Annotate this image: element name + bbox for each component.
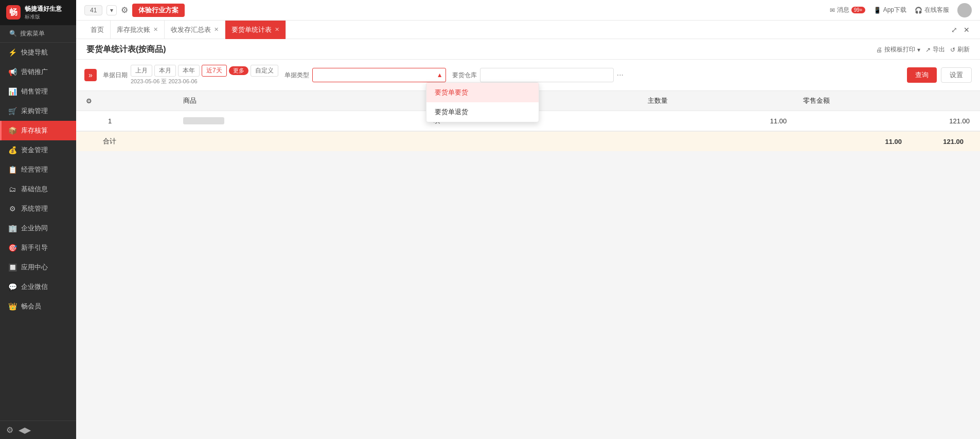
tab-bar-controls: ⤢ ✕ [949, 25, 972, 35]
query-btn[interactable]: 查询 [907, 67, 937, 83]
dropdown-item-order-return[interactable]: 要货单退货 [426, 102, 539, 122]
header-right: ✉ 消息 99+ 📱 App下载 🎧 在线客服 [830, 3, 972, 17]
sidebar-item-apps[interactable]: 🔲 应用中心 [0, 258, 76, 277]
tab-home[interactable]: 首页 [84, 21, 111, 39]
tab-batch-label: 库存批次账 [117, 25, 150, 34]
period-this-year[interactable]: 本年 [178, 65, 200, 77]
wechat-icon: 💬 [8, 282, 17, 291]
marketing-icon: 📢 [8, 67, 17, 77]
type-dropdown-overlay: 要货单要货 要货单退货 [426, 82, 539, 122]
inventory-icon: 📦 [8, 126, 17, 135]
period-last-month[interactable]: 上月 [131, 65, 152, 77]
warehouse-input[interactable] [480, 68, 614, 82]
sidebar-search[interactable]: 🔍 搜索菜单 [0, 25, 76, 43]
sidebar-item-quick-nav[interactable]: ⚡ 快捷导航 [0, 43, 76, 62]
tab-order-stats[interactable]: 要货单统计表 ✕ [225, 21, 286, 39]
page-title: 要货单统计表(按商品) [86, 44, 166, 55]
basic-icon: 🗂 [8, 185, 17, 194]
sidebar-item-inventory[interactable]: 📦 库存核算 [0, 121, 76, 140]
table-footer: 合计 11.00 121.00 [76, 131, 980, 151]
print-dropdown-icon: ▾ [917, 46, 920, 53]
sidebar-item-guide[interactable]: 🎯 新手引导 [0, 238, 76, 258]
guide-icon: 🎯 [8, 243, 17, 252]
sidebar-item-enterprise[interactable]: 🏢 企业协同 [0, 218, 76, 238]
warehouse-more-icon[interactable]: ··· [617, 70, 623, 80]
messages-item[interactable]: ✉ 消息 99+ [830, 6, 865, 14]
period-custom-btn[interactable]: 自定义 [251, 65, 278, 77]
export-btn[interactable]: ↗ 导出 [925, 45, 945, 54]
trial-btn[interactable]: 体验行业方案 [132, 4, 185, 17]
operations-icon: 📋 [8, 165, 17, 174]
sidebar: 畅 畅捷通好生意 标准版 🔍 搜索菜单 ⚡ 快捷导航 📢 营销推广 📊 销售管理… [0, 0, 76, 439]
sidebar-item-marketing[interactable]: 📢 营销推广 [0, 62, 76, 82]
col-settings[interactable]: ⚙ [76, 91, 102, 111]
col-index [102, 91, 177, 111]
sidebar-item-sales[interactable]: 📊 销售管理 [0, 82, 76, 101]
tab-bar: 首页 库存批次账 ✕ 收发存汇总表 ✕ 要货单统计表 ✕ ⤢ ✕ [76, 21, 980, 39]
tab-batch-close[interactable]: ✕ [153, 26, 158, 33]
page-body: 要货单统计表(按商品) 🖨 按模板打印 ▾ ↗ 导出 ↺ 刷新 [76, 39, 980, 439]
online-service-item[interactable]: 🎧 在线客服 [915, 6, 949, 14]
enterprise-icon: 🏢 [8, 224, 17, 233]
logo-icon: 畅 [6, 5, 21, 20]
apps-icon: 🔲 [8, 263, 17, 272]
date-label: 单据日期 [103, 71, 128, 80]
filter-period-btns: 上月 本月 本年 近7天 更多 [131, 65, 248, 77]
app-icon: 📱 [874, 7, 881, 14]
tab-maximize-btn[interactable]: ⤢ [949, 25, 959, 35]
footer-total-label: 合计 [82, 137, 206, 146]
tab-close-all-btn[interactable]: ✕ [961, 25, 972, 35]
warehouse-label: 要货仓库 [452, 71, 477, 80]
dropdown-item-order-goods[interactable]: 要货单要货 [426, 83, 539, 102]
sales-icon: 📊 [8, 87, 17, 96]
settings-btn[interactable]: 设置 [941, 67, 972, 83]
print-btn[interactable]: 🖨 按模板打印 ▾ [876, 45, 920, 54]
col-amount: 零售金额 [797, 91, 980, 111]
settings-footer-btn[interactable]: ⚙ [6, 425, 13, 435]
filter-date-group: 单据日期 上月 本月 本年 近7天 更多 自定义 2023-05-06 至 20… [103, 65, 278, 85]
sidebar-item-basic[interactable]: 🗂 基础信息 [0, 179, 76, 199]
sidebar-item-finance[interactable]: 💰 资金管理 [0, 140, 76, 160]
refresh-btn[interactable]: ↺ 刷新 [950, 45, 970, 54]
logo-sub: 标准版 [25, 13, 62, 20]
messages-badge: 99+ [851, 7, 865, 13]
sidebar-logo: 畅 畅捷通好生意 标准版 [0, 0, 76, 25]
tabs-dropdown-btn[interactable]: ▾ [106, 5, 117, 15]
expand-icon: » [88, 71, 93, 79]
sidebar-item-member[interactable]: 👑 畅会员 [0, 297, 76, 316]
sidebar-item-purchase[interactable]: 🛒 采购管理 [0, 101, 76, 121]
tab-home-label: 首页 [91, 25, 104, 34]
sidebar-item-wechat[interactable]: 💬 企业微信 [0, 277, 76, 297]
refresh-icon: ↺ [950, 46, 955, 53]
type-input[interactable] [312, 68, 446, 82]
tab-receivable-label: 收发存汇总表 [171, 25, 211, 34]
tab-batch-account[interactable]: 库存批次账 ✕ [111, 21, 165, 39]
period-more-btn[interactable]: 更多 [229, 66, 248, 75]
sidebar-item-operations[interactable]: 📋 经营管理 [0, 160, 76, 179]
header-settings-btn[interactable]: ⚙ [121, 5, 128, 15]
tab-receivable[interactable]: 收发存汇总表 ✕ [165, 21, 225, 39]
footer-quantity: 11.00 [850, 138, 912, 145]
service-icon: 🎧 [915, 7, 922, 14]
row-amount-cell: 121.00 [797, 111, 980, 131]
finance-icon: 💰 [8, 145, 17, 155]
filter-expand-btn[interactable]: » [84, 69, 97, 81]
sidebar-item-system[interactable]: ⚙ 系统管理 [0, 199, 76, 218]
page-title-actions: 🖨 按模板打印 ▾ ↗ 导出 ↺ 刷新 [876, 45, 970, 54]
row-quantity-cell: 11.00 [642, 111, 797, 131]
system-icon: ⚙ [8, 204, 17, 213]
export-icon: ↗ [925, 46, 931, 53]
footer-amount: 121.00 [912, 138, 974, 145]
period-this-month[interactable]: 本月 [154, 65, 176, 77]
search-icon: 🔍 [9, 30, 17, 37]
page-title-bar: 要货单统计表(按商品) 🖨 按模板打印 ▾ ↗ 导出 ↺ 刷新 [76, 39, 980, 60]
member-icon: 👑 [8, 302, 17, 311]
tab-receivable-close[interactable]: ✕ [214, 26, 219, 33]
user-avatar[interactable] [957, 3, 972, 17]
tab-order-close[interactable]: ✕ [275, 26, 279, 33]
period-7days[interactable]: 近7天 [202, 65, 227, 77]
collapse-footer-btn[interactable]: ◀▶ [19, 425, 31, 435]
row-product-cell [177, 111, 427, 131]
col-product: 商品 [177, 91, 427, 111]
app-download-item[interactable]: 📱 App下载 [874, 6, 906, 14]
